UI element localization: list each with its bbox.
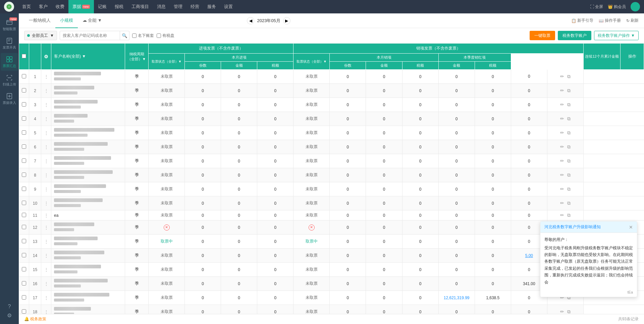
row-edit-btn[interactable]: ✏	[560, 130, 564, 135]
nav-item-service[interactable]: 服务	[203, 0, 220, 13]
app-logo[interactable]	[4, 2, 14, 12]
incoming-status-cell[interactable]: 未取票	[149, 305, 185, 314]
incoming-status-cell[interactable]: 未取票	[149, 126, 185, 140]
outgoing-status-cell[interactable]: 未取票	[293, 70, 330, 84]
incoming-status-cell[interactable]: 未取票	[149, 168, 185, 182]
tab-general-taxpayer[interactable]: 一般纳税人	[24, 13, 55, 28]
outgoing-status-cell[interactable]: 未取票	[293, 154, 330, 168]
tax-disk-filter-checkbox[interactable]: 有税盘	[157, 33, 174, 39]
row-settings-icon[interactable]: ⋮	[41, 126, 51, 140]
row-edit-btn[interactable]: ✏	[560, 144, 564, 149]
incoming-status-cell[interactable]: 未取票	[149, 154, 185, 168]
row-settings-icon[interactable]: ⋮	[41, 168, 51, 182]
new-guide-btn[interactable]: 📋新手引导	[571, 18, 593, 23]
row-settings-icon[interactable]: ⋮	[41, 235, 51, 249]
nav-item-message[interactable]: 消息	[153, 0, 170, 13]
row-copy-btn[interactable]: ⧉	[567, 172, 571, 178]
row-copy-btn[interactable]: ⧉	[567, 158, 571, 164]
row-settings-icon[interactable]: ⋮	[41, 112, 51, 126]
row-settings-icon[interactable]: ⋮	[41, 196, 51, 210]
row-copy-btn[interactable]: ⧉	[567, 102, 571, 107]
row-settings-icon[interactable]: ⋮	[41, 154, 51, 168]
row-copy-btn[interactable]: ⧉	[567, 144, 571, 149]
manual-btn[interactable]: 📖操作手册	[599, 18, 621, 23]
row-settings-icon[interactable]: ⋮	[41, 182, 51, 196]
row-settings-icon[interactable]: ⋮	[41, 277, 51, 291]
outgoing-status-cell[interactable]: 未取票	[293, 182, 330, 196]
nav-item-settings[interactable]: 设置	[220, 0, 237, 13]
incoming-status-cell[interactable]: 未取票	[149, 140, 185, 154]
row-edit-btn[interactable]: ✏	[560, 88, 564, 93]
search-button[interactable]: 🔍	[120, 31, 129, 40]
row-copy-btn[interactable]: ⧉	[567, 130, 571, 135]
incoming-status-cell[interactable]: 未取票	[149, 210, 185, 220]
row-edit-btn[interactable]: ✏	[560, 172, 564, 178]
fullscreen-btn[interactable]: ⛶ 全屏	[590, 4, 603, 10]
row-edit-btn[interactable]: ✏	[560, 309, 564, 314]
row-copy-btn[interactable]: ⧉	[567, 116, 571, 121]
col-header-name[interactable]: 客户名称(全部) ▼	[51, 44, 125, 70]
outgoing-status-cell[interactable]: 未取票	[293, 126, 330, 140]
sidebar-item-scan-upload[interactable]: 扫描上传	[1, 71, 18, 89]
sidebar-item-invoice-open[interactable]: 发票开具	[1, 35, 18, 52]
col-header-tax-period[interactable]: 纳税周期（全部）▼	[125, 44, 149, 70]
col-in-status[interactable]: 取票状态（全部）▼	[149, 54, 185, 70]
nav-item-invoice[interactable]: 票据 new	[68, 0, 94, 13]
nav-item-business[interactable]: 工商项目	[127, 0, 153, 13]
incoming-status-cell[interactable]: 未取票	[149, 277, 185, 291]
incoming-status-cell[interactable]: 未取票	[149, 291, 185, 305]
digital-account-btn[interactable]: 税务数字账户	[558, 31, 591, 40]
nav-item-home[interactable]: 首页	[18, 0, 35, 13]
row-settings-icon[interactable]: ⋮	[41, 84, 51, 98]
incoming-status-cell[interactable]: 未取票	[149, 70, 185, 84]
incoming-status-cell[interactable]: 未取票	[149, 196, 185, 210]
row-edit-btn[interactable]: ✏	[560, 200, 564, 206]
outgoing-status-cell[interactable]: 未取票	[293, 277, 330, 291]
sidebar-item-smart-ticket[interactable]: new 智能取票	[1, 16, 18, 34]
nav-item-bookkeeping[interactable]: 记账	[94, 0, 111, 13]
date-next-btn[interactable]: ▶	[283, 17, 290, 24]
row-settings-icon[interactable]: ⋮	[41, 98, 51, 112]
row-copy-btn[interactable]: ⧉	[567, 309, 571, 314]
outgoing-status-cell[interactable]: ✕	[293, 220, 330, 235]
row-settings-icon[interactable]: ⋮	[41, 140, 51, 154]
notification-close-btn[interactable]: ✕	[629, 224, 633, 230]
tab-small-scale[interactable]: 小规模	[55, 13, 78, 28]
outgoing-status-cell[interactable]: 未取票	[293, 263, 330, 277]
row-settings-icon[interactable]: ⋮	[41, 263, 51, 277]
incoming-status-cell[interactable]: 未取票	[149, 263, 185, 277]
sidebar-item-ticket-entry[interactable]: 票据录入	[1, 90, 18, 108]
outgoing-status-cell[interactable]: 未取票	[293, 305, 330, 314]
member-btn[interactable]: 👑 购会员	[608, 4, 626, 10]
employee-filter[interactable]: 全部员工 ▼	[24, 31, 57, 40]
incoming-status-cell[interactable]: 未取票	[149, 249, 185, 263]
row-copy-btn[interactable]: ⧉	[567, 186, 571, 192]
ledger-filter-checkbox[interactable]: 名下账套	[132, 33, 154, 39]
incoming-status-cell[interactable]: 未取票	[149, 84, 185, 98]
outgoing-status-cell[interactable]: 未取票	[293, 291, 330, 305]
outgoing-status-cell[interactable]: 未取票	[293, 168, 330, 182]
row-edit-btn[interactable]: ✏	[560, 102, 564, 107]
row-copy-btn[interactable]: ⧉	[567, 74, 571, 79]
sidebar-help-btn[interactable]: ?	[8, 304, 11, 310]
outgoing-status-cell[interactable]: 未取票	[293, 196, 330, 210]
incoming-status-cell[interactable]: 未取票	[149, 98, 185, 112]
row-copy-btn[interactable]: ⧉	[567, 88, 571, 93]
row-copy-btn[interactable]: ⧉	[567, 212, 571, 218]
row-settings-icon[interactable]: ⋮	[41, 70, 51, 84]
row-edit-btn[interactable]: ✏	[560, 158, 564, 164]
date-prev-btn[interactable]: ◀	[247, 17, 254, 24]
row-settings-icon[interactable]: ⋮	[41, 305, 51, 314]
row-settings-icon[interactable]: ⋮	[41, 291, 51, 305]
outgoing-status-cell[interactable]: 未取票	[293, 84, 330, 98]
outgoing-status-cell[interactable]: 未取票	[293, 98, 330, 112]
select-all-checkbox[interactable]	[22, 54, 26, 58]
outgoing-status-cell[interactable]: 未取票	[293, 210, 330, 220]
outgoing-status-cell[interactable]: 未取票	[293, 140, 330, 154]
row-settings-icon[interactable]: ⋮	[41, 220, 51, 235]
tab-all-capable[interactable]: ☁全能 ▼	[78, 13, 107, 28]
col-out-status[interactable]: 取票状态（全部）▼	[293, 54, 330, 70]
row-copy-btn[interactable]: ⧉	[567, 200, 571, 206]
row-edit-btn[interactable]: ✏	[560, 116, 564, 121]
incoming-status-cell[interactable]: 取票中	[149, 235, 185, 249]
